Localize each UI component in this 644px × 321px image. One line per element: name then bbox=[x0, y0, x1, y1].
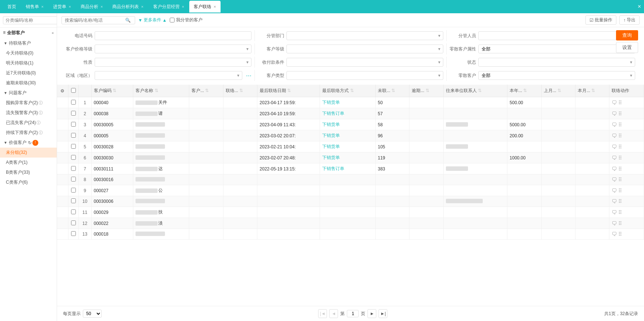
adv-more-2[interactable]: ··· bbox=[246, 72, 251, 80]
pending-group-header[interactable]: ▼ 待联络客户 bbox=[0, 38, 57, 48]
sidebar-item-hoard[interactable]: 囤购异常客户(2) ⓘ bbox=[0, 98, 57, 108]
sidebar-item-churned[interactable]: 已流失客户(24) ⓘ bbox=[0, 118, 57, 128]
next-page-btn[interactable]: ► bbox=[367, 309, 376, 318]
more-action-icon[interactable]: ⠿ bbox=[618, 122, 622, 128]
reset-button[interactable]: 设置 bbox=[616, 42, 638, 53]
row-checkbox[interactable] bbox=[68, 218, 78, 229]
sidebar-item-tomorrow[interactable]: 明天待联络(1) bbox=[0, 58, 57, 68]
more-action-icon[interactable]: ⠿ bbox=[618, 231, 622, 237]
all-customers-header[interactable]: ⠿ 全部客户 « bbox=[0, 28, 57, 38]
window-close-button[interactable]: × bbox=[638, 3, 641, 10]
tab-sales-close[interactable]: × bbox=[41, 4, 43, 9]
row-checkbox[interactable] bbox=[68, 141, 78, 152]
row-checkbox[interactable] bbox=[68, 229, 78, 240]
phone-action-icon[interactable]: 🗨 bbox=[612, 198, 617, 204]
th-this-month[interactable]: 本月... ⇅ bbox=[576, 85, 609, 97]
region-select[interactable] bbox=[95, 71, 242, 80]
phone-action-icon[interactable]: 🗨 bbox=[612, 100, 617, 106]
th-this-year[interactable]: 本年... ⇅ bbox=[507, 85, 541, 97]
row-checkbox[interactable] bbox=[68, 119, 78, 130]
th-overdue[interactable]: 逾期... ⇅ bbox=[409, 85, 443, 97]
more-action-icon[interactable]: ⠿ bbox=[618, 133, 622, 139]
th-name[interactable]: 客户名称 ⇅ bbox=[133, 85, 189, 97]
sidebar-item-declining[interactable]: 持续下滑客户(2) ⓘ bbox=[0, 128, 57, 138]
more-action-icon[interactable]: ⠿ bbox=[618, 166, 622, 172]
tab-sales[interactable]: 销售单 × bbox=[21, 1, 48, 13]
filter-search-icon[interactable]: 🔍 bbox=[125, 18, 131, 23]
dept-select[interactable] bbox=[286, 31, 443, 40]
row-gear[interactable] bbox=[57, 130, 68, 141]
sidebar-item-a-class[interactable]: A类客户(1) bbox=[0, 158, 57, 167]
phone-input[interactable] bbox=[95, 31, 251, 40]
row-checkbox[interactable] bbox=[68, 130, 78, 141]
more-action-icon[interactable]: ⠿ bbox=[618, 221, 622, 226]
more-action-icon[interactable]: ⠿ bbox=[618, 144, 622, 150]
row-checkbox[interactable] bbox=[68, 152, 78, 163]
phone-action-icon[interactable]: 🗨 bbox=[612, 231, 617, 237]
th-no-contact[interactable]: 未联... ⇅ bbox=[375, 85, 409, 97]
th-last-month[interactable]: 上月... ⇅ bbox=[541, 85, 575, 97]
th-contact[interactable]: 联络... ⇅ bbox=[223, 85, 257, 97]
my-customers-checkbox[interactable] bbox=[170, 18, 175, 22]
select-all-checkbox[interactable] bbox=[71, 88, 76, 93]
row-gear[interactable] bbox=[57, 163, 68, 174]
tab-customer-layer[interactable]: 客户分层经营 × bbox=[149, 1, 189, 13]
phone-action-icon[interactable]: 🗨 bbox=[612, 221, 617, 226]
row-gear[interactable] bbox=[57, 229, 68, 240]
score-group-header[interactable]: ▼ 价值客户 ↻ ! bbox=[0, 138, 57, 148]
row-checkbox[interactable] bbox=[68, 174, 78, 185]
sidebar-item-ungroup[interactable]: 未分组(32) bbox=[0, 148, 57, 158]
more-action-icon[interactable]: ⠿ bbox=[618, 177, 622, 183]
row-checkbox[interactable] bbox=[68, 185, 78, 196]
phone-action-icon[interactable]: 🗨 bbox=[612, 209, 617, 215]
more-action-icon[interactable]: ⠿ bbox=[618, 111, 622, 117]
sidebar-item-overdue[interactable]: 逾期未联络(30) bbox=[0, 78, 57, 88]
more-conditions-btn[interactable]: ▼ 更多条件 ▲ bbox=[138, 17, 167, 23]
phone-action-icon[interactable]: 🗨 bbox=[612, 111, 617, 117]
sidebar-search-input[interactable] bbox=[3, 16, 57, 24]
more-action-icon[interactable]: ⠿ bbox=[618, 188, 622, 194]
filter-search-input[interactable] bbox=[65, 18, 124, 23]
row-gear[interactable] bbox=[57, 108, 68, 119]
page-number-input[interactable] bbox=[347, 310, 359, 317]
tab-purchase-close[interactable]: × bbox=[68, 4, 71, 9]
tab-goods-list-close[interactable]: × bbox=[141, 4, 143, 9]
tab-home[interactable]: 首页 bbox=[3, 1, 21, 13]
last-page-btn[interactable]: ►| bbox=[379, 309, 387, 318]
row-gear[interactable] bbox=[57, 218, 68, 229]
row-gear[interactable] bbox=[57, 119, 68, 130]
tab-purchase[interactable]: 进货单 × bbox=[49, 1, 75, 13]
status-select[interactable] bbox=[478, 58, 635, 67]
problem-group-header[interactable]: ▼ 问题客户 bbox=[0, 88, 57, 98]
more-action-icon[interactable]: ⠿ bbox=[618, 209, 622, 215]
row-gear[interactable] bbox=[57, 196, 68, 207]
row-gear[interactable] bbox=[57, 141, 68, 152]
tab-goods-analysis[interactable]: 商品分析 × bbox=[76, 1, 107, 13]
tab-customer-layer-close[interactable]: × bbox=[182, 4, 184, 9]
query-button[interactable]: 查询 bbox=[616, 30, 638, 40]
prev-page-btn[interactable]: ◄ bbox=[329, 309, 338, 318]
more-action-icon[interactable]: ⠿ bbox=[618, 198, 622, 204]
first-page-btn[interactable]: |◄ bbox=[318, 309, 327, 318]
tab-customer-contact-close[interactable]: × bbox=[214, 4, 216, 9]
th-type[interactable]: 客户... ⇅ bbox=[189, 85, 223, 97]
per-page-select[interactable]: 50 100 200 bbox=[83, 310, 102, 318]
sidebar-item-churn-warn[interactable]: 流失预警客户(3) ⓘ bbox=[0, 108, 57, 118]
row-gear[interactable] bbox=[57, 174, 68, 185]
tab-customer-contact[interactable]: 客户联络 × bbox=[189, 1, 220, 13]
th-gear[interactable]: ⚙ bbox=[57, 85, 68, 97]
my-customers-filter[interactable]: 我分管的客户 bbox=[170, 17, 203, 23]
price-level-select[interactable] bbox=[95, 45, 251, 53]
th-check[interactable] bbox=[68, 85, 78, 97]
th-unit-contact[interactable]: 往来单位联系人 ⇅ bbox=[443, 85, 507, 97]
row-checkbox[interactable] bbox=[68, 108, 78, 119]
th-code[interactable]: 客户编码 ⇅ bbox=[91, 85, 133, 97]
sidebar-item-b-class[interactable]: B类客户(33) bbox=[0, 167, 57, 177]
tab-goods-list[interactable]: 商品分析列表 × bbox=[108, 1, 148, 13]
sidebar-item-c-class[interactable]: C类客户(6) bbox=[0, 177, 57, 187]
row-checkbox[interactable] bbox=[68, 163, 78, 174]
row-gear[interactable] bbox=[57, 152, 68, 163]
nature-select[interactable] bbox=[95, 58, 251, 67]
phone-action-icon[interactable]: 🗨 bbox=[612, 155, 617, 161]
sidebar-item-today[interactable]: 今天待联络(0) bbox=[0, 48, 57, 58]
